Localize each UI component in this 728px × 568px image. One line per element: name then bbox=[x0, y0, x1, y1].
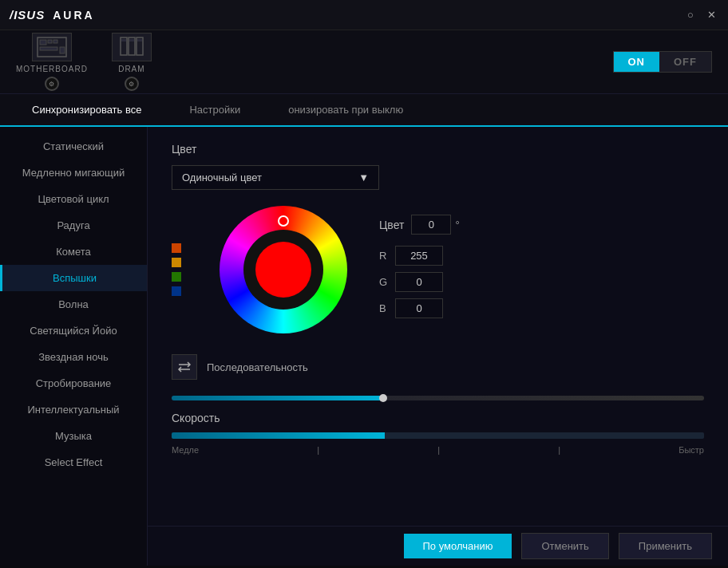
motherboard-label: MOTHERBOARD bbox=[16, 65, 88, 73]
sidebar-item-rainbow[interactable]: Радуга bbox=[0, 212, 147, 239]
rgb-r-row: R bbox=[379, 246, 460, 266]
asus-logo: /ISUS bbox=[10, 8, 45, 22]
device-bar: MOTHERBOARD ⚙ DRAM ⚙ ON OFF bbox=[0, 30, 728, 94]
sidebar-item-flash[interactable]: Вспышки bbox=[0, 265, 147, 291]
title-bar-controls: ○ ✕ bbox=[683, 8, 718, 22]
app-title: AURA bbox=[53, 9, 94, 22]
svg-rect-5 bbox=[60, 47, 65, 53]
toggle-on-button[interactable]: ON bbox=[614, 52, 660, 72]
title-bar: /ISUS AURA ○ ✕ bbox=[0, 0, 728, 30]
slider-fill bbox=[172, 396, 385, 400]
color-wheel[interactable] bbox=[220, 206, 347, 333]
sequence-label: Последовательность bbox=[207, 361, 308, 373]
color-swatches bbox=[172, 243, 181, 296]
slider-thumb[interactable] bbox=[379, 394, 387, 402]
swatch-1[interactable] bbox=[172, 258, 181, 267]
device-motherboard[interactable]: MOTHERBOARD ⚙ bbox=[16, 33, 88, 91]
sidebar-item-slow-blink[interactable]: Медленно мигающий bbox=[0, 160, 147, 186]
dram-icon-box bbox=[112, 33, 152, 61]
dram-svg bbox=[116, 36, 148, 58]
sidebar-item-select-effect[interactable]: Select Effect bbox=[0, 449, 147, 475]
speed-label: Скорость bbox=[172, 412, 704, 424]
wheel-handle[interactable] bbox=[278, 215, 289, 227]
rgb-g-row: G bbox=[379, 272, 460, 292]
b-input[interactable] bbox=[395, 298, 443, 318]
default-button[interactable]: По умолчанию bbox=[404, 534, 512, 558]
dram-label: DRAM bbox=[118, 65, 144, 73]
swatch-3[interactable] bbox=[172, 286, 181, 296]
speed-track[interactable] bbox=[172, 432, 704, 439]
speed-slow-label: Медле bbox=[172, 445, 199, 455]
tabs-bar: Синхронизировать все Настройки онизирова… bbox=[0, 94, 728, 127]
svg-rect-2 bbox=[48, 40, 52, 43]
sidebar-item-color-cycle[interactable]: Цветовой цикл bbox=[0, 186, 147, 212]
r-label: R bbox=[379, 250, 389, 262]
speed-tick-2: | bbox=[437, 445, 440, 455]
rgb-b-row: B bbox=[379, 298, 460, 318]
speed-labels: Медле | | | Быстр bbox=[172, 442, 704, 455]
sidebar-item-starry-night[interactable]: Звездная ночь bbox=[0, 344, 147, 370]
sidebar-item-comet[interactable]: Комета bbox=[0, 239, 147, 265]
toggle-group: ON OFF bbox=[613, 51, 713, 73]
close-button[interactable]: ✕ bbox=[704, 8, 718, 22]
devices-list: MOTHERBOARD ⚙ DRAM ⚙ bbox=[16, 33, 152, 91]
svg-rect-4 bbox=[40, 47, 57, 50]
apply-button[interactable]: Применить bbox=[619, 533, 712, 559]
sequence-icon[interactable] bbox=[172, 354, 197, 380]
swatch-0[interactable] bbox=[172, 243, 181, 253]
tab-sync-off[interactable]: онизировать при выклю bbox=[264, 94, 427, 127]
main-content: Статический Медленно мигающий Цветовой ц… bbox=[0, 127, 728, 566]
sidebar-item-static[interactable]: Статический bbox=[0, 133, 147, 160]
svg-rect-9 bbox=[121, 39, 126, 41]
sidebar-item-strobing[interactable]: Стробирование bbox=[0, 370, 147, 396]
minimize-button[interactable]: ○ bbox=[683, 8, 698, 22]
slider-track[interactable] bbox=[172, 396, 704, 400]
sidebar: Статический Медленно мигающий Цветовой ц… bbox=[0, 127, 148, 566]
sidebar-item-wave[interactable]: Волна bbox=[0, 291, 147, 318]
tab-sync-all[interactable]: Синхронизировать все bbox=[8, 94, 165, 127]
color-inputs: Цвет ° R G B bbox=[379, 215, 460, 325]
sequence-row: Последовательность bbox=[172, 349, 704, 385]
svg-rect-10 bbox=[129, 39, 134, 41]
svg-rect-1 bbox=[40, 40, 46, 45]
tab-settings[interactable]: Настройки bbox=[165, 94, 264, 127]
svg-rect-3 bbox=[53, 40, 57, 43]
sequence-svg bbox=[176, 359, 192, 375]
color-wheel-area: Цвет ° R G B bbox=[172, 206, 704, 333]
sidebar-item-glowing-yoyo[interactable]: Светящийся Йойо bbox=[0, 318, 147, 344]
cancel-button[interactable]: Отменить bbox=[521, 533, 608, 559]
g-label: G bbox=[379, 276, 389, 288]
dram-badge: ⚙ bbox=[125, 77, 139, 91]
color-section: Цвет Одиночный цвет ▼ bbox=[172, 143, 704, 400]
color-wheel-center bbox=[255, 242, 311, 298]
speed-section: Скорость Медле | | | Быстр bbox=[172, 412, 704, 455]
color-section-label: Цвет bbox=[172, 143, 704, 156]
toggle-off-button[interactable]: OFF bbox=[659, 52, 711, 72]
speed-tick-1: | bbox=[317, 445, 319, 455]
g-input[interactable] bbox=[395, 272, 443, 292]
r-input[interactable] bbox=[395, 246, 443, 266]
b-label: B bbox=[379, 302, 389, 314]
speed-bar-wrapper bbox=[172, 432, 704, 439]
motherboard-icon-box bbox=[32, 33, 72, 61]
sidebar-item-intelligent[interactable]: Интеллектуальный bbox=[0, 396, 147, 423]
degree-symbol: ° bbox=[455, 219, 459, 231]
color-dropdown-value: Одиночный цвет bbox=[182, 172, 262, 183]
swatch-2[interactable] bbox=[172, 272, 181, 282]
svg-rect-11 bbox=[137, 39, 142, 41]
color-angle-label: Цвет bbox=[379, 219, 404, 231]
bottom-bar: По умолчанию Отменить Применить bbox=[148, 526, 728, 566]
angle-input[interactable] bbox=[411, 215, 451, 235]
motherboard-badge: ⚙ bbox=[45, 77, 59, 91]
chevron-down-icon: ▼ bbox=[358, 172, 369, 183]
color-degree-row: Цвет ° bbox=[379, 215, 460, 235]
sidebar-item-music[interactable]: Музыка bbox=[0, 423, 147, 449]
title-bar-left: /ISUS AURA bbox=[10, 8, 95, 22]
device-dram[interactable]: DRAM ⚙ bbox=[112, 33, 152, 91]
content-panel: Цвет Одиночный цвет ▼ bbox=[148, 127, 728, 566]
color-dropdown[interactable]: Одиночный цвет ▼ bbox=[172, 165, 379, 190]
speed-fast-label: Быстр bbox=[679, 445, 704, 455]
speed-tick-3: | bbox=[558, 445, 560, 455]
motherboard-svg bbox=[36, 36, 68, 58]
